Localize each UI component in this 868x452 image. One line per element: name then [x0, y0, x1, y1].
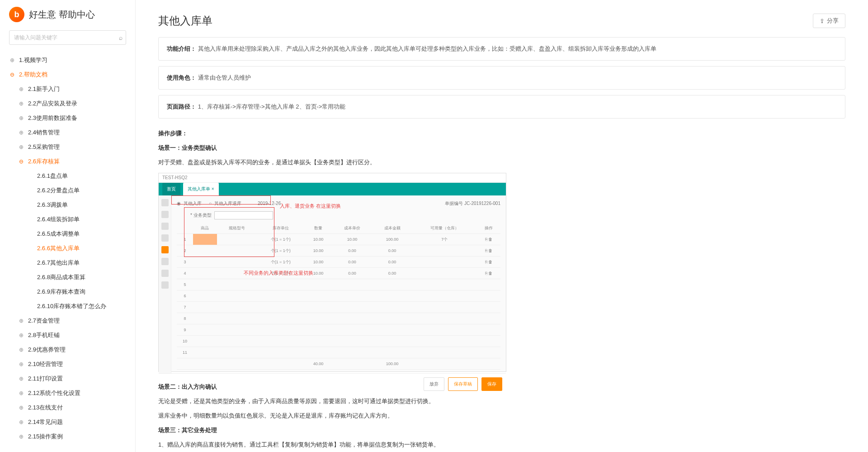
- expand-icon[interactable]: [18, 347, 24, 353]
- nav-2-6-4[interactable]: 2.6.4组装拆卸单: [9, 212, 126, 227]
- expand-icon[interactable]: [18, 86, 24, 92]
- expand-icon[interactable]: [18, 144, 24, 150]
- scene3-text: 1、赠品入库的商品直接转为销售。通过工具栏【复制/复制为销货单】功能，将单据信息…: [158, 439, 845, 451]
- nav-2-13[interactable]: 2.13在线支付: [9, 400, 126, 415]
- nav-2-12[interactable]: 2.12系统个性化设置: [9, 386, 126, 400]
- steps-label: 操作步骤：: [158, 130, 188, 137]
- sp-save-draft-button: 保存草稿: [448, 377, 478, 391]
- nav-2-6[interactable]: 2.6库存核算: [9, 154, 126, 169]
- page-title: 其他入库单: [158, 14, 212, 28]
- nav-2-2[interactable]: 2.2产品安装及登录: [9, 96, 126, 111]
- nav-2-6-5[interactable]: 2.6.5成本调整单: [9, 227, 126, 241]
- brand-row: b 好生意 帮助中心: [9, 7, 126, 22]
- nav-2-10[interactable]: 2.10经营管理: [9, 357, 126, 371]
- nav-2-6-6[interactable]: 2.6.6其他入库单: [9, 241, 126, 256]
- title-row: 其他入库单 ⇪ 分享: [158, 14, 845, 28]
- embedded-screenshot: TEST-HSQ2 首页 其他入库单 × ◉其他入库 ○其他入库退库 2019-…: [158, 173, 506, 372]
- nav-2-11[interactable]: 2.11打印设置: [9, 371, 126, 386]
- sp-save-button: 保存: [481, 377, 502, 391]
- annotation-2: 不同业务的入库类型在这里切换: [244, 268, 313, 278]
- path-box: 页面路径： 1、库存核算->库存管理->其他入库单 2、首页->常用功能: [158, 95, 845, 119]
- sidebar: b 好生意 帮助中心 ⌕ 1.视频学习 2.帮助文档 2.1新手入门 2.2产品…: [0, 0, 136, 452]
- brand-logo-icon: b: [9, 7, 24, 22]
- search-box: ⌕: [9, 30, 126, 45]
- brand-title: 好生意 帮助中心: [29, 9, 95, 21]
- nav-2-14[interactable]: 2.14常见问题: [9, 415, 126, 429]
- share-button[interactable]: ⇪ 分享: [813, 14, 845, 28]
- nav-2-7[interactable]: 2.7资金管理: [9, 314, 126, 328]
- nav-2-6-7[interactable]: 2.6.7其他出库单: [9, 256, 126, 270]
- expand-icon[interactable]: [18, 404, 24, 411]
- share-icon: ⇪: [820, 18, 825, 24]
- nav-2-4[interactable]: 2.4销售管理: [9, 125, 126, 140]
- search-icon[interactable]: ⌕: [119, 34, 123, 41]
- expand-icon[interactable]: [18, 129, 24, 136]
- scene1-title: 场景一：业务类型确认: [158, 144, 217, 151]
- sp-tab-home: 首页: [162, 183, 180, 195]
- nav-2-6-1[interactable]: 2.6.1盘点单: [9, 169, 126, 183]
- annotation-1: 入库、退货业务 在这里切换: [280, 201, 341, 211]
- intro-text: 其他入库单用来处理除采购入库、产成品入库之外的其他入库业务，因此其他入库单可处理…: [198, 45, 656, 52]
- expand-icon[interactable]: [18, 433, 24, 440]
- sp-tab-doc: 其他入库单 ×: [183, 183, 219, 195]
- nav-2-15[interactable]: 2.15操作案例: [9, 429, 126, 444]
- main-content: 其他入库单 ⇪ 分享 功能介绍： 其他入库单用来处理除采购入库、产成品入库之外的…: [136, 0, 868, 452]
- nav-2-6-9[interactable]: 2.6.9库存账本查询: [9, 285, 126, 299]
- scene2-text1: 无论是受赠，还是其他类型的业务，由于入库商品质量等原因，需要退回，这时可通过单据…: [158, 395, 845, 407]
- scene1-text: 对于受赠、盘盈或是拆装入库等不同的业务，是通过单据头【业务类型】进行区分。: [158, 157, 845, 168]
- expand-icon[interactable]: [18, 115, 24, 121]
- sp-discard-button: 放弃: [424, 377, 444, 391]
- role-label: 使用角色：: [167, 74, 196, 81]
- scene2-title: 场景二：出入方向确认: [158, 383, 217, 390]
- expand-icon[interactable]: [18, 419, 24, 425]
- nav-2-8[interactable]: 2.8手机旺铺: [9, 328, 126, 343]
- collapse-icon[interactable]: [18, 158, 24, 165]
- nav-2-6-8[interactable]: 2.6.8商品成本重算: [9, 270, 126, 285]
- expand-icon[interactable]: [18, 361, 24, 367]
- expand-icon[interactable]: [18, 376, 24, 382]
- nav-2-9[interactable]: 2.9优惠券管理: [9, 343, 126, 357]
- intro-box: 功能介绍： 其他入库单用来处理除采购入库、产成品入库之外的其他入库业务，因此其他…: [158, 37, 845, 61]
- intro-label: 功能介绍：: [167, 45, 196, 52]
- role-text: 通常由仓管人员维护: [198, 74, 251, 81]
- role-box: 使用角色： 通常由仓管人员维护: [158, 66, 845, 90]
- nav-2-3[interactable]: 2.3使用前数据准备: [9, 111, 126, 125]
- expand-icon[interactable]: [18, 390, 24, 396]
- expand-icon[interactable]: [18, 100, 24, 107]
- nav-docs[interactable]: 2.帮助文档: [9, 67, 126, 82]
- share-label: 分享: [827, 17, 839, 25]
- nav-tree: 1.视频学习 2.帮助文档 2.1新手入门 2.2产品安装及登录 2.3使用前数…: [9, 53, 126, 444]
- nav-2-1[interactable]: 2.1新手入门: [9, 82, 126, 96]
- nav-2-6-10[interactable]: 2.6.10库存账本错了怎么办: [9, 299, 126, 314]
- path-label: 页面路径：: [167, 103, 196, 110]
- content-block: 操作步骤： 场景一：业务类型确认 对于受赠、盘盈或是拆装入库等不同的业务，是通过…: [158, 128, 845, 451]
- expand-icon[interactable]: [18, 318, 24, 324]
- nav-2-5[interactable]: 2.5采购管理: [9, 140, 126, 154]
- expand-icon[interactable]: [18, 332, 24, 338]
- expand-icon[interactable]: [9, 57, 15, 63]
- path-text: 1、库存核算->库存管理->其他入库单 2、首页->常用功能: [198, 103, 346, 110]
- collapse-icon[interactable]: [9, 71, 15, 78]
- search-input[interactable]: [9, 30, 126, 45]
- nav-video[interactable]: 1.视频学习: [9, 53, 126, 67]
- nav-2-6-3[interactable]: 2.6.3调拨单: [9, 198, 126, 212]
- nav-2-6-2[interactable]: 2.6.2分量盘点单: [9, 183, 126, 198]
- scene2-text2: 退库业务中，明细数量均以负值红色展示。无论是入库还是退库，库存账均记在入库方向。: [158, 410, 845, 422]
- scene3-title: 场景三：其它业务处理: [158, 427, 217, 433]
